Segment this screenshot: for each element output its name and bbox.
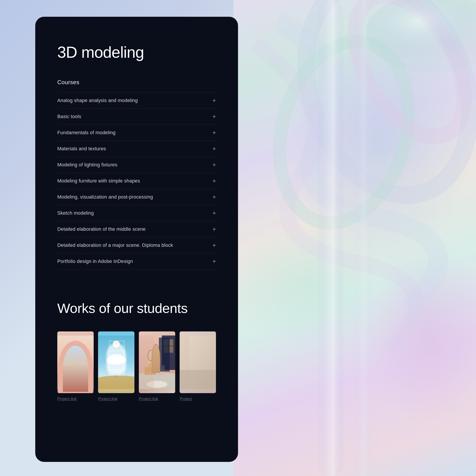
svg-point-5 [366,0,476,73]
svg-rect-35 [156,365,165,370]
project-link-1[interactable]: Project link [57,397,94,401]
course-item-5[interactable]: Modeling of lighting fixtures + [57,157,216,173]
work-item-3: Project link [139,331,175,401]
project-link-4[interactable]: Project [180,397,216,401]
svg-rect-12 [57,376,94,389]
svg-rect-22 [116,375,117,377]
main-card: 3D modeling Courses Analog shape analysi… [35,17,238,462]
course-name-4: Materials and textures [57,146,106,152]
page-title: 3D modeling [57,43,216,61]
course-name-1: Analog shape analysis and modeling [57,98,138,103]
course-expand-icon-10: + [212,242,216,248]
course-expand-icon-9: + [212,226,216,232]
course-name-5: Modeling of lighting fixtures [57,162,117,168]
svg-rect-25 [139,335,154,389]
course-name-11: Portfolio design in Adobe InDesign [57,258,133,264]
course-item-7[interactable]: Modeling, visualization and post-process… [57,189,216,205]
course-name-9: Detailed elaboration of the middle scene [57,226,146,232]
course-expand-icon-2: + [212,114,216,120]
course-item-8[interactable]: Sketch modeling + [57,205,216,221]
course-expand-icon-3: + [212,130,216,136]
course-item-4[interactable]: Materials and textures + [57,141,216,157]
course-item-2[interactable]: Basic tools + [57,109,216,125]
courses-label: Courses [57,79,216,86]
work-image-4 [180,331,216,393]
svg-point-20 [107,356,118,364]
project-link-3[interactable]: Project link [139,397,175,401]
course-expand-icon-1: + [212,97,216,103]
project-link-2[interactable]: Project link [98,397,135,401]
course-expand-icon-8: + [212,210,216,216]
svg-rect-18 [109,351,124,370]
works-title: Works of our students [57,300,216,316]
svg-point-31 [149,351,154,360]
courses-section: Courses Analog shape analysis and modeli… [57,79,216,270]
work-item-4: Project [180,331,216,401]
course-item-1[interactable]: Analog shape analysis and modeling + [57,93,216,109]
course-item-11[interactable]: Portfolio design in Adobe InDesign + [57,254,216,270]
course-name-2: Basic tools [57,114,81,119]
svg-point-21 [114,356,126,364]
course-item-10[interactable]: Detailed elaboration of a major scene. D… [57,237,216,254]
work-item-2: Project link [98,331,135,401]
work-item-1: Project link [57,331,94,401]
course-name-7: Modeling, visualization and post-process… [57,194,153,200]
course-name-6: Modeling furniture with simple shapes [57,178,140,184]
course-item-6[interactable]: Modeling furniture with simple shapes + [57,173,216,189]
svg-rect-33 [149,363,150,367]
svg-point-14 [74,371,76,373]
course-expand-icon-4: + [212,146,216,152]
course-list: Analog shape analysis and modeling + Bas… [57,92,216,270]
svg-point-16 [113,341,120,348]
svg-rect-32 [145,367,156,375]
course-expand-icon-5: + [212,162,216,168]
work-image-3 [139,331,175,393]
work-image-1 [57,331,94,393]
course-item-9[interactable]: Detailed elaboration of the middle scene… [57,221,216,237]
svg-rect-34 [157,369,165,375]
svg-rect-4 [355,0,373,476]
course-expand-icon-11: + [212,258,216,264]
svg-rect-3 [317,0,344,476]
course-item-3[interactable]: Fundamentals of modeling + [57,125,216,141]
course-name-3: Fundamentals of modeling [57,130,116,136]
work-image-2 [98,331,135,393]
bg-swirl [234,0,476,476]
svg-rect-11 [57,335,94,389]
svg-rect-13 [74,373,76,378]
works-grid: Project link [57,331,216,401]
works-section: Works of our students [57,291,216,401]
svg-point-19 [107,354,125,365]
svg-point-17 [114,342,119,346]
course-name-10: Detailed elaboration of a major scene. D… [57,242,173,248]
course-expand-icon-7: + [212,194,216,200]
course-expand-icon-6: + [212,178,216,184]
course-name-8: Sketch modeling [57,210,94,216]
